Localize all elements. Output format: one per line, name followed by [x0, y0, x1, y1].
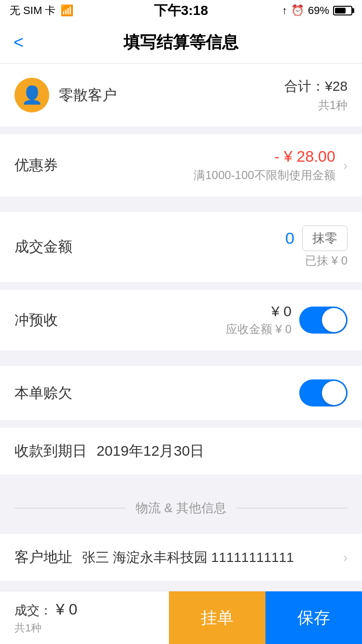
credit-toggle-knob	[322, 381, 346, 405]
header-line-left	[14, 508, 126, 508]
credit-toggle[interactable]	[299, 379, 348, 406]
wifi-icon: 📶	[60, 4, 73, 17]
location-icon: ↑	[282, 4, 287, 17]
bottom-bar: 成交： ¥ 0 共1种 挂单 保存	[0, 591, 362, 644]
customer-row: 👤 零散客户 合计：¥28 共1种	[0, 64, 362, 126]
customer-left: 👤 零散客户	[14, 78, 117, 112]
prepayment-value-wrap: ¥ 0 应收金额 ¥ 0	[226, 303, 292, 337]
prepayment-row: 冲预收 ¥ 0 应收金额 ¥ 0	[0, 290, 362, 350]
status-bar-right: ↑ ⏰ 69%	[282, 4, 352, 17]
divider-1	[0, 204, 362, 212]
customer-right: 合计：¥28 共1种	[284, 77, 348, 113]
prepayment-right: ¥ 0 应收金额 ¥ 0	[226, 303, 348, 337]
divider-2	[0, 358, 362, 366]
save-button[interactable]: 保存	[265, 591, 362, 644]
due-date-value: 2019年12月30日	[97, 441, 204, 461]
address-arrow-icon: ›	[343, 550, 348, 565]
bottom-deal-amount: ¥ 0	[56, 601, 77, 618]
prepayment-label: 冲预收	[14, 310, 72, 330]
prepayment-value: ¥ 0	[226, 303, 292, 320]
coupon-label: 优惠券	[14, 155, 72, 175]
address-left: 客户地址 张三 海淀永丰科技园 11111111111	[14, 547, 294, 567]
bottom-info: 成交： ¥ 0 共1种	[0, 601, 169, 635]
deal-amount-section: 成交金额 抹零 已抹 ¥ 0	[0, 212, 362, 282]
coupon-section[interactable]: 优惠券 - ¥ 28.00 满1000-100不限制使用金额 ›	[0, 134, 362, 196]
nav-bar: < 填写结算等信息	[0, 21, 362, 64]
deal-amount-sub: 已抹 ¥ 0	[256, 253, 348, 268]
status-bar-left: 无 SIM 卡 📶	[10, 3, 73, 18]
coupon-row[interactable]: 优惠券 - ¥ 28.00 满1000-100不限制使用金额 ›	[0, 134, 362, 196]
page-title: 填写结算等信息	[124, 31, 238, 54]
header-line-right	[236, 508, 348, 508]
coupon-value-wrap: - ¥ 28.00 满1000-100不限制使用金额	[194, 148, 335, 183]
amount-wrap: 抹零 已抹 ¥ 0	[256, 225, 348, 268]
logistics-header: 物流 & 其他信息	[0, 490, 362, 526]
bottom-deal-row: 成交： ¥ 0	[14, 601, 154, 619]
battery-icon	[333, 6, 352, 15]
deal-amount-input[interactable]	[256, 229, 294, 248]
bottom-deal-label: 成交：	[14, 603, 52, 617]
credit-label: 本单赊欠	[14, 383, 72, 403]
address-section[interactable]: 客户地址 张三 海淀永丰科技园 11111111111 ›	[0, 534, 362, 581]
coupon-right: - ¥ 28.00 满1000-100不限制使用金额 ›	[72, 148, 348, 183]
customer-count: 共1种	[284, 98, 348, 113]
deal-amount-right: 抹零 已抹 ¥ 0	[72, 225, 348, 268]
coupon-discount-value: - ¥ 28.00	[194, 148, 335, 166]
credit-section: 本单赊欠	[0, 366, 362, 420]
due-date-label: 收款到期日	[14, 441, 87, 461]
prepayment-toggle[interactable]	[299, 307, 348, 334]
deal-amount-row: 成交金额 抹零 已抹 ¥ 0	[0, 212, 362, 282]
coupon-arrow-icon: ›	[343, 158, 348, 173]
prepayment-section: 冲预收 ¥ 0 应收金额 ¥ 0	[0, 290, 362, 350]
amount-input-wrap: 抹零	[256, 225, 348, 251]
toggle-knob	[322, 308, 346, 332]
divider-4	[0, 526, 362, 534]
prepayment-sub: 应收金额 ¥ 0	[226, 322, 292, 337]
battery-fill	[335, 8, 346, 14]
back-button[interactable]: <	[14, 32, 24, 53]
bottom-count: 共1种	[14, 621, 154, 635]
main-content: 👤 零散客户 合计：¥28 共1种 优惠券 - ¥ 28.00 满1000-10…	[0, 64, 362, 644]
deal-amount-label: 成交金额	[14, 237, 72, 257]
divider-3	[0, 482, 362, 490]
status-bar-time: 下午3:18	[154, 1, 208, 20]
address-label: 客户地址	[14, 547, 72, 567]
hang-button[interactable]: 挂单	[169, 591, 265, 644]
status-bar: 无 SIM 卡 📶 下午3:18 ↑ ⏰ 69%	[0, 0, 362, 21]
avatar-icon: 👤	[21, 85, 43, 105]
alarm-icon: ⏰	[291, 4, 304, 17]
customer-avatar: 👤	[14, 78, 49, 112]
coupon-sub-text: 满1000-100不限制使用金额	[194, 168, 335, 183]
carrier-text: 无 SIM 卡	[10, 3, 56, 18]
address-value: 张三 海淀永丰科技园 11111111111	[82, 548, 294, 567]
logistics-header-text: 物流 & 其他信息	[136, 500, 226, 517]
customer-name: 零散客户	[59, 85, 117, 105]
battery-percent: 69%	[308, 4, 329, 17]
customer-total: 合计：¥28	[284, 77, 348, 96]
round-zero-button[interactable]: 抹零	[302, 225, 348, 251]
due-date-section: 收款到期日 2019年12月30日	[0, 428, 362, 475]
